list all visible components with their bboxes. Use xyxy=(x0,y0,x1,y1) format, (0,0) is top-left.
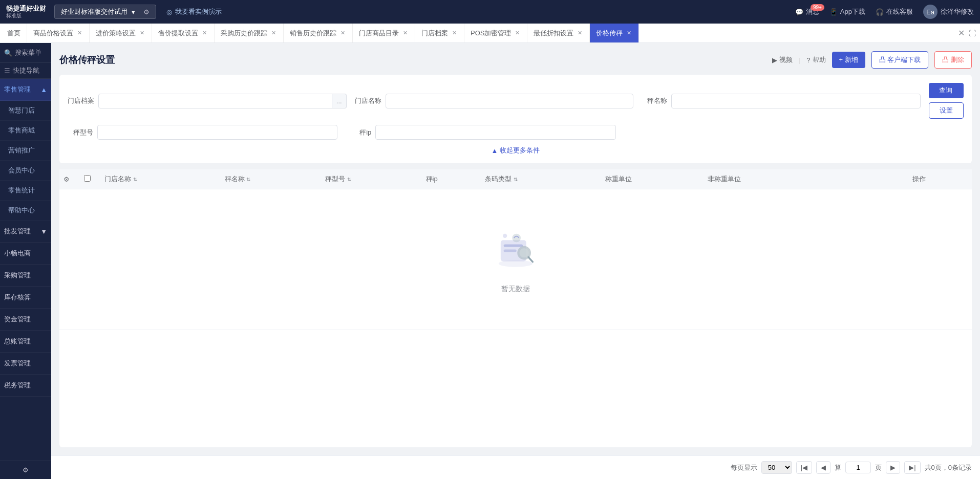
online-service-btn[interactable]: 🎧 在线客服 xyxy=(876,7,913,16)
store-archive-dots-btn[interactable]: ... xyxy=(332,94,347,108)
first-page-btn[interactable]: |◀ xyxy=(796,461,812,474)
sort-icon-store-name: ⇅ xyxy=(133,177,137,182)
prev-page-btn[interactable]: ◀ xyxy=(816,461,830,474)
tab-purchase-history[interactable]: 采购历史价跟踪 ✕ xyxy=(215,24,284,43)
tab-store-archive-label: 门店档案 xyxy=(421,29,448,38)
page-word: 算 xyxy=(835,463,841,472)
sidebar-item-retail-stats[interactable]: 零售统计 xyxy=(0,181,51,201)
sidebar-item-purchase[interactable]: 采购管理 xyxy=(0,265,51,287)
tab-bar-actions: ✕ ⛶ xyxy=(958,28,976,38)
tab-price-scale[interactable]: 价格传秤 ✕ xyxy=(590,24,639,43)
sidebar-item-tax[interactable]: 税务管理 xyxy=(0,375,51,397)
th-checkbox[interactable] xyxy=(80,169,100,189)
th-scale-model[interactable]: 秤型号 ⇅ xyxy=(321,169,421,189)
select-all-checkbox[interactable] xyxy=(84,175,91,182)
tab-sales-history-close[interactable]: ✕ xyxy=(339,30,346,36)
svg-line-6 xyxy=(528,257,532,262)
th-scale-name[interactable]: 秤名称 ⇅ xyxy=(221,169,321,189)
empty-state-cell: 暂无数据 xyxy=(59,189,972,330)
filter-settings-btn[interactable]: 设置 xyxy=(929,102,964,119)
sidebar-item-smart-store-label: 智慧门店 xyxy=(8,106,35,115)
th-store-name[interactable]: 门店名称 ⇅ xyxy=(100,169,221,189)
svg-rect-2 xyxy=(504,245,523,247)
filter-store-archive: 门店档案 ... xyxy=(68,94,347,108)
help-link[interactable]: ? 帮助 xyxy=(806,55,825,64)
filter-scale-ip-input[interactable] xyxy=(375,125,615,140)
last-page-btn[interactable]: ▶| xyxy=(904,461,920,474)
filter-scale-model-input[interactable] xyxy=(97,125,337,140)
sidebar-nav[interactable]: ☰ 快捷导航 xyxy=(0,63,51,79)
sidebar-item-inventory[interactable]: 库存核算 xyxy=(0,287,51,309)
tab-pos-encrypt-close[interactable]: ✕ xyxy=(514,30,521,36)
sidebar-item-purchase-label: 采购管理 xyxy=(4,271,31,280)
svg-rect-3 xyxy=(504,250,517,252)
tab-store-archive[interactable]: 门店档案 ✕ xyxy=(415,24,464,43)
close-window-icon[interactable]: ✕ xyxy=(958,28,965,38)
tab-price-scale-close[interactable]: ✕ xyxy=(626,30,632,36)
tab-purchase-strategy-close[interactable]: ✕ xyxy=(139,30,145,36)
delete-btn[interactable]: 凸 删除 xyxy=(934,51,972,69)
filter-row-2: 秤型号 秤ip xyxy=(68,125,964,140)
gear-icon[interactable]: ⚙ xyxy=(143,8,150,16)
filter-store-archive-input[interactable] xyxy=(98,94,332,108)
filter-store-name: 门店名称 xyxy=(355,94,634,108)
th-settings[interactable]: ⚙ xyxy=(59,169,80,189)
tab-sales-history[interactable]: 销售历史价跟踪 ✕ xyxy=(284,24,353,43)
sidebar-item-ecommerce[interactable]: 小畅电商 xyxy=(0,243,51,265)
app-download-btn[interactable]: 📱 App下载 xyxy=(829,7,865,16)
sidebar-item-marketing-label: 营销推广 xyxy=(8,146,35,155)
filter-scale-model-label: 秤型号 xyxy=(68,128,93,137)
sidebar-item-invoice[interactable]: 发票管理 xyxy=(0,353,51,375)
query-btn[interactable]: 查询 xyxy=(929,83,964,98)
tab-purchase-strategy[interactable]: 进价策略设置 ✕ xyxy=(90,24,152,43)
app-name: 畅捷通好业财 xyxy=(6,5,46,13)
messages-btn[interactable]: 💬 消息 99+ xyxy=(795,7,819,16)
page-number-input[interactable] xyxy=(845,462,871,473)
delete-btn-label: 凸 删除 xyxy=(942,55,964,64)
sidebar-search[interactable]: 🔍 搜索菜单 xyxy=(0,43,51,63)
filter-store-name-input[interactable] xyxy=(386,94,634,108)
th-barcode-type[interactable]: 条码类型 ⇅ xyxy=(481,169,601,189)
filter-scale-name-input[interactable] xyxy=(671,94,921,108)
download-btn[interactable]: 凸 客户端下载 xyxy=(871,51,929,69)
filter-action-buttons: 查询 设置 xyxy=(929,83,964,119)
tab-purchase-history-close[interactable]: ✕ xyxy=(270,30,277,36)
demo-link[interactable]: ◎ 我要看实例演示 xyxy=(166,7,222,16)
tab-purchase-strategy-label: 进价策略设置 xyxy=(96,29,136,38)
data-table: ⚙ 门店名称 ⇅ 秤名称 ⇅ xyxy=(59,169,972,330)
sidebar-item-help[interactable]: 帮助中心 xyxy=(0,201,51,221)
tab-pos-encrypt[interactable]: POS加密管理 ✕ xyxy=(464,24,527,43)
next-page-btn[interactable]: ▶ xyxy=(886,461,900,474)
page-size-select[interactable]: 20 50 100 200 xyxy=(761,461,792,474)
tab-sale-extract[interactable]: 售价提取设置 ✕ xyxy=(152,24,215,43)
sidebar-item-ledger[interactable]: 总账管理 xyxy=(0,331,51,353)
tab-store-catalog-close[interactable]: ✕ xyxy=(402,30,409,36)
tab-bar: 首页 商品价格设置 ✕ 进价策略设置 ✕ 售价提取设置 ✕ 采购历史价跟踪 ✕ … xyxy=(0,24,980,43)
chevron-up-icon: ▲ xyxy=(40,86,47,94)
tab-store-catalog[interactable]: 门店商品目录 ✕ xyxy=(353,24,415,43)
page-label: 页 xyxy=(875,463,882,472)
user-menu-btn[interactable]: Ea 徐泽华修改 xyxy=(923,5,974,19)
sidebar-item-retail[interactable]: 零售管理 ▲ xyxy=(0,79,51,101)
video-link[interactable]: ▶ 视频 xyxy=(772,55,793,64)
sidebar-item-wholesale[interactable]: 批发管理 ▼ xyxy=(0,221,51,243)
sidebar-item-member[interactable]: 会员中心 xyxy=(0,161,51,181)
sidebar-item-capital[interactable]: 资金管理 xyxy=(0,309,51,331)
sidebar-settings-btn[interactable]: ⚙ xyxy=(0,461,51,479)
tab-min-discount[interactable]: 最低折扣设置 ✕ xyxy=(527,24,590,43)
tab-commodity-price[interactable]: 商品价格设置 ✕ xyxy=(27,24,90,43)
tab-sale-extract-close[interactable]: ✕ xyxy=(201,30,208,36)
sidebar-item-smart-store[interactable]: 智慧门店 xyxy=(0,101,51,121)
tab-min-discount-close[interactable]: ✕ xyxy=(577,30,583,36)
add-btn[interactable]: + 新增 xyxy=(832,52,865,68)
tab-home[interactable]: 首页 xyxy=(4,24,27,43)
empty-state: 暂无数据 xyxy=(63,194,968,324)
sidebar-item-marketing[interactable]: 营销推广 xyxy=(0,141,51,161)
tab-commodity-price-close[interactable]: ✕ xyxy=(76,30,83,36)
version-selector[interactable]: 好业财标准版交付试用 ▾ ⚙ xyxy=(54,5,156,19)
collapse-btn[interactable]: ▲ 收起更多条件 xyxy=(68,146,964,155)
sidebar-item-retail-mall[interactable]: 零售商城 xyxy=(0,121,51,141)
expand-icon[interactable]: ⛶ xyxy=(969,29,976,37)
tab-price-scale-label: 价格传秤 xyxy=(596,29,623,38)
tab-store-archive-close[interactable]: ✕ xyxy=(451,30,458,36)
